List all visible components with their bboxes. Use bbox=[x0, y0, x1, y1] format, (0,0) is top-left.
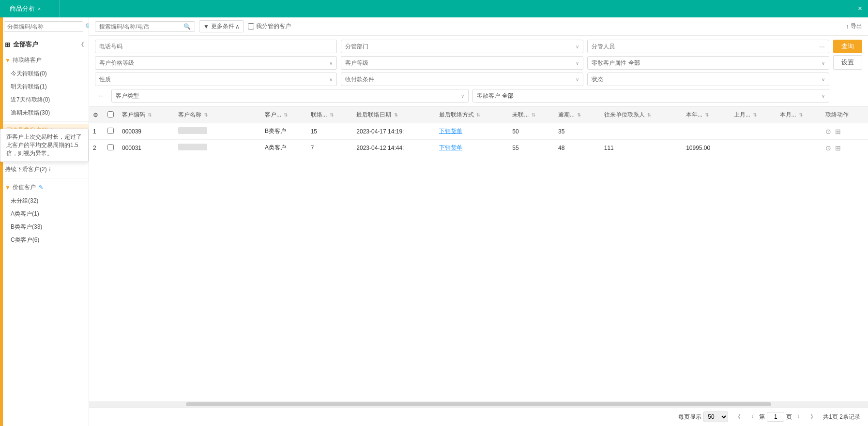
more-conditions-button[interactable]: ▼ 更多条件 ∧ bbox=[199, 20, 244, 32]
row-contact: 7 bbox=[307, 140, 353, 156]
page-label: 第 bbox=[759, 413, 765, 421]
per-page-select[interactable]: 20 50 100 200 bbox=[703, 411, 728, 422]
filter-nature[interactable]: 性质 ∨ bbox=[95, 73, 337, 86]
row-actions[interactable]: ⊙⊞ bbox=[822, 140, 868, 156]
sidebar-item-overdue[interactable]: 逾期未联络(30) bbox=[0, 106, 89, 119]
filter-status[interactable]: 状态 ∨ bbox=[587, 73, 829, 86]
filter-more-dots[interactable]: ··· bbox=[95, 92, 107, 99]
contact-action-icon[interactable]: ⊙ bbox=[825, 128, 831, 135]
more-action-icon[interactable]: ⊞ bbox=[835, 144, 841, 152]
row-checkbox-input[interactable] bbox=[107, 144, 114, 150]
h-scroll-thumb[interactable] bbox=[186, 402, 771, 406]
sidebar-item-declining[interactable]: 持续下滑客户(2) ℹ bbox=[0, 163, 89, 176]
sidebar-collapse-icon[interactable]: 《 bbox=[78, 41, 84, 48]
col-overdue[interactable]: 逾期... ⇅ bbox=[554, 107, 600, 123]
nav-tab-商品分析[interactable]: 商品分析× bbox=[4, 0, 60, 17]
row-actions[interactable]: ⊙⊞ bbox=[822, 123, 868, 140]
filter-customer-type[interactable]: 客户类型 ∨ bbox=[111, 89, 469, 103]
close-tab-icon[interactable]: × bbox=[38, 6, 41, 12]
filter-retail-attr[interactable]: 零散客户属性 全部 ∨ bbox=[587, 56, 829, 70]
contact-action-icon[interactable]: ⊙ bbox=[825, 144, 831, 152]
col-last-method[interactable]: 最后联络方式 ⇅ bbox=[435, 107, 508, 123]
col-contact-count[interactable]: 联络... ⇅ bbox=[307, 107, 353, 123]
row-checkbox[interactable] bbox=[104, 123, 118, 140]
select-all-checkbox[interactable] bbox=[107, 111, 114, 118]
close-all-tabs-button[interactable]: × bbox=[858, 4, 862, 13]
settings-button[interactable]: 设置 bbox=[833, 55, 862, 70]
row-code: 000031 bbox=[118, 140, 174, 156]
edit-groups-icon[interactable]: ✎ bbox=[39, 184, 43, 191]
horizontal-scrollbar[interactable] bbox=[89, 401, 868, 407]
filter-phone[interactable]: 电话号码 bbox=[95, 40, 337, 53]
all-customers-label: 全部客户 bbox=[13, 40, 38, 49]
sidebar-item-classC[interactable]: C类客户(6) bbox=[0, 234, 89, 247]
more-conditions-label: 更多条件 bbox=[211, 22, 234, 30]
col-last-date[interactable]: 最后联络日期 ⇅ bbox=[352, 107, 435, 123]
row-last-month bbox=[730, 140, 776, 156]
col-code[interactable]: 客户编码 ⇅ bbox=[118, 107, 174, 123]
tooltip-text: 距客户上次交易时长，超过了此客户的平均交易周期的1.5倍，则视为异常。 bbox=[6, 133, 82, 157]
filter-retail-customer-label: 零散客户 bbox=[477, 92, 500, 100]
sidebar-item-ungrouped[interactable]: 未分组(32) bbox=[0, 194, 89, 207]
col-name[interactable]: 客户名称 ⇅ bbox=[174, 107, 261, 123]
filter-customer-type-label: 客户类型 bbox=[116, 92, 459, 100]
query-button[interactable]: 查询 bbox=[833, 40, 862, 53]
sort-lmonth-icon: ⇅ bbox=[753, 112, 757, 118]
sidebar-group2-label: 价值客户 bbox=[13, 183, 36, 191]
row-last-method[interactable]: 下销货单 bbox=[435, 123, 508, 140]
all-customers-header[interactable]: ⊞ 全部客户 《 bbox=[0, 36, 89, 53]
sidebar-item-tomorrow[interactable]: 明天待联络(1) bbox=[0, 80, 89, 93]
col-type[interactable]: 客户... ⇅ bbox=[261, 107, 307, 123]
pagination-bar: 每页显示 20 50 100 200 《 〈 第 页 〉 》 共1页 2条记录 bbox=[89, 407, 868, 426]
row-checkbox-input[interactable] bbox=[107, 128, 114, 134]
col-uncontacted[interactable]: 未联... ⇅ bbox=[508, 107, 554, 123]
col-this-month[interactable]: 本月... ⇅ bbox=[776, 107, 822, 123]
more-action-icon[interactable]: ⊞ bbox=[835, 128, 841, 135]
first-page-button[interactable]: 《 bbox=[732, 412, 744, 422]
filter-person[interactable]: 分管人员 ··· bbox=[587, 40, 829, 53]
filter-search-box[interactable]: 🔍 bbox=[95, 21, 195, 32]
pagination-nav: 《 〈 第 页 〉 》 bbox=[732, 412, 819, 422]
row-last-method-link[interactable]: 下销货单 bbox=[439, 144, 462, 151]
sidebar-search-icon[interactable]: 🔍 bbox=[85, 23, 89, 30]
sort-overdue-icon: ⇅ bbox=[577, 112, 581, 118]
col-settings[interactable]: ⚙ bbox=[89, 107, 104, 123]
sidebar-search-input[interactable] bbox=[4, 21, 83, 32]
my-customers-checkbox[interactable]: 我分管的客户 bbox=[248, 22, 291, 30]
prev-page-button[interactable]: 〈 bbox=[746, 412, 757, 422]
filter-retail-attr-arrow: ∨ bbox=[822, 60, 825, 66]
last-page-button[interactable]: 》 bbox=[807, 412, 819, 422]
data-table: ⚙ 客户编码 ⇅ 客户名称 ⇅ 客户... ⇅ 联络... ⇅ 最后联络日期 ⇅… bbox=[89, 107, 868, 156]
filter-person-dots[interactable]: ··· bbox=[819, 43, 825, 50]
filter-dept[interactable]: 分管部门 ∨ bbox=[341, 40, 583, 53]
filter-price-level[interactable]: 客户价格等级 ∨ bbox=[95, 56, 337, 70]
row-checkbox[interactable] bbox=[104, 140, 118, 156]
filter-row-4: ··· 客户类型 ∨ 零散客户 全部 ∨ bbox=[95, 89, 829, 103]
row-this-year bbox=[682, 123, 730, 140]
filter-payment-label: 收付款条件 bbox=[345, 75, 573, 84]
sidebar-item-today[interactable]: 今天待联络(0) bbox=[0, 67, 89, 80]
sidebar-item-classA[interactable]: A类客户(1) bbox=[0, 207, 89, 220]
row-last-method-link[interactable]: 下销货单 bbox=[439, 128, 462, 134]
sidebar-group-value[interactable]: ▼ 价值客户 ✎ bbox=[0, 180, 89, 194]
filter-customer-level-arrow: ∨ bbox=[576, 60, 579, 66]
filter-search-input[interactable] bbox=[99, 23, 182, 30]
filter-customer-level[interactable]: 客户等级 ∨ bbox=[341, 56, 583, 70]
next-page-button[interactable]: 〉 bbox=[794, 412, 806, 422]
export-button[interactable]: ↑ 导出 bbox=[846, 22, 862, 30]
sidebar-item-classB[interactable]: B类客户(33) bbox=[0, 220, 89, 234]
filter-retail-customer[interactable]: 零散客户 全部 ∨ bbox=[472, 89, 830, 103]
my-customers-check[interactable] bbox=[248, 23, 254, 29]
filter-payment[interactable]: 收付款条件 ∨ bbox=[341, 73, 583, 86]
sidebar-divider1 bbox=[0, 121, 89, 122]
row-last-method[interactable]: 下销货单 bbox=[435, 140, 508, 156]
sidebar-item-7days[interactable]: 近7天待联络(0) bbox=[0, 93, 89, 106]
sidebar-group-waiting[interactable]: ▼ 待联络客户 bbox=[0, 53, 89, 67]
page-number-input[interactable] bbox=[767, 412, 784, 422]
filter-search-icon[interactable]: 🔍 bbox=[183, 23, 191, 30]
filter-retail-attr-value: 全部 bbox=[628, 59, 640, 67]
row-name bbox=[174, 140, 261, 156]
col-this-year[interactable]: 本年... ⇅ bbox=[682, 107, 730, 123]
col-last-month[interactable]: 上月... ⇅ bbox=[730, 107, 776, 123]
col-contact2[interactable]: 往来单位联系人 ⇅ bbox=[600, 107, 682, 123]
